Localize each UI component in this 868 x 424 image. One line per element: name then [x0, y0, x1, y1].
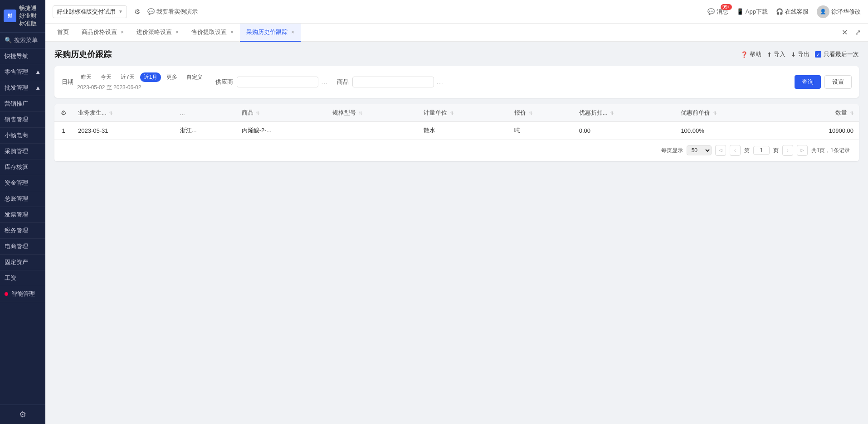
logo-icon: 财 [4, 10, 16, 22]
tab-close-all-button[interactable]: ✕ [840, 27, 849, 38]
export-button[interactable]: ⬇ 导出 [791, 50, 809, 58]
tab-close-sale-price[interactable]: × [230, 29, 234, 35]
sidebar-item-fixed-assets[interactable]: 固定资产 [0, 255, 45, 270]
sort-discount-icon[interactable]: ⇅ [610, 111, 614, 116]
online-service-button[interactable]: 🎧 在线客服 [776, 8, 809, 16]
help-icon: ❓ [741, 51, 748, 58]
sidebar-item-inventory[interactable]: 库存核算 [0, 159, 45, 175]
sidebar-item-accounting[interactable]: 总账管理 [0, 191, 45, 207]
date-btn-7days[interactable]: 近7天 [117, 72, 138, 82]
topbar-settings-button[interactable]: ⚙ [134, 8, 140, 16]
sidebar-item-smart[interactable]: 智能管理 [0, 286, 45, 302]
page-first-button[interactable]: ⊲ [715, 145, 726, 156]
import-icon: ⬆ [767, 51, 772, 58]
total-info: 共1页，1条记录 [811, 147, 850, 154]
topbar: 好业财标准版交付试用 ▼ ⚙ 💬 我要看实例演示 💬 消息 99+ 📱 App下… [45, 0, 868, 24]
sidebar-item-quick-nav[interactable]: 快捷导航 [0, 48, 45, 64]
tab-expand-button[interactable]: ⤢ [853, 27, 863, 38]
data-table: ⚙ 业务发生... ⇅ ... 商品 ⇅ [54, 104, 859, 139]
sidebar-item-wholesale[interactable]: 批发管理 ▲ [0, 80, 45, 96]
date-btn-today[interactable]: 今天 [97, 72, 115, 82]
sidebar-item-tax[interactable]: 税务管理 [0, 223, 45, 239]
date-btn-more[interactable]: 更多 [163, 72, 181, 82]
tab-sale-price[interactable]: 售价提取设置 × [185, 24, 240, 42]
goods-more-button[interactable]: ... [437, 78, 444, 86]
supplier-more-button[interactable]: ... [321, 78, 328, 86]
th-unit: 计量单位 ⇅ [418, 104, 509, 122]
date-btn-1month[interactable]: 近1月 [140, 72, 161, 82]
page-title: 采购历史价跟踪 [54, 49, 112, 60]
messages-button[interactable]: 💬 消息 99+ [707, 8, 728, 16]
sidebar-item-sales[interactable]: 销售管理 [0, 112, 45, 128]
help-button[interactable]: ❓ 帮助 [741, 50, 761, 58]
settings-button[interactable]: 设置 [824, 75, 852, 89]
sort-spec-icon[interactable]: ⇅ [359, 111, 362, 116]
gear-icon[interactable]: ⚙ [19, 410, 26, 419]
td-date: 2023-05-31 [73, 122, 175, 140]
user-avatar: 👤 [817, 5, 829, 18]
page-last-button[interactable]: ⊳ [797, 145, 808, 156]
sidebar-item-purchase[interactable]: 采购管理 [0, 144, 45, 159]
page-next-button[interactable]: › [782, 145, 793, 156]
tab-purchase-strategy[interactable]: 进价策略设置 × [130, 24, 185, 42]
sort-quote-icon[interactable]: ⇅ [529, 111, 532, 116]
td-quote: 吨 [509, 122, 573, 140]
filter-bar: 日期 昨天 今天 近7天 近1月 更多 自定义 2023-05-02 至 202… [54, 66, 859, 98]
th-dots: ... [175, 104, 236, 122]
th-price: 优惠前单价 ⇅ [675, 104, 780, 122]
tab-close-goods-price[interactable]: × [121, 29, 124, 35]
wholesale-arrow-icon: ▲ [35, 84, 41, 91]
tabbar: 首页 商品价格设置 × 进价策略设置 × 售价提取设置 × 采购历史价跟踪 × … [45, 24, 868, 42]
page-prev-button[interactable]: ‹ [730, 145, 741, 156]
demo-link[interactable]: 💬 我要看实例演示 [147, 8, 198, 16]
goods-input[interactable] [352, 77, 434, 87]
version-selector[interactable]: 好业财标准版交付试用 ▼ [53, 5, 127, 18]
sidebar-item-finance[interactable]: 资金管理 [0, 175, 45, 191]
th-settings: ⚙ [54, 104, 73, 122]
tab-home[interactable]: 首页 [51, 24, 75, 42]
sidebar-item-ecommerce-small[interactable]: 小畅电商 [0, 128, 45, 144]
td-dots: 浙江... [175, 122, 236, 140]
tab-close-purchase-history[interactable]: × [291, 29, 294, 35]
tabbar-actions: ✕ ⤢ [840, 27, 863, 38]
sort-date-icon[interactable]: ⇅ [109, 111, 112, 116]
user-menu-button[interactable]: 👤 徐泽华修改 [817, 5, 861, 18]
sidebar-item-salary[interactable]: 工资 [0, 270, 45, 286]
td-goods: 丙烯酸-2-... [236, 122, 327, 140]
td-price: 100.00% [675, 122, 780, 140]
import-button[interactable]: ⬆ 导入 [767, 50, 785, 58]
filter-date: 日期 昨天 今天 近7天 近1月 更多 自定义 2023-05-02 至 202… [62, 72, 206, 92]
tab-goods-price[interactable]: 商品价格设置 × [75, 24, 130, 42]
date-btn-yesterday[interactable]: 昨天 [77, 72, 95, 82]
sidebar-item-invoice[interactable]: 发票管理 [0, 207, 45, 223]
td-qty: 10900.00 [780, 122, 859, 140]
data-table-container: ⚙ 业务发生... ⇅ ... 商品 ⇅ [54, 104, 859, 161]
sort-goods-icon[interactable]: ⇅ [256, 111, 259, 116]
filter-date-buttons: 昨天 今天 近7天 近1月 更多 自定义 2023-05-02 至 2023-0… [77, 72, 206, 92]
sidebar-item-ecommerce[interactable]: 电商管理 [0, 239, 45, 255]
sort-price-icon[interactable]: ⇅ [713, 111, 717, 116]
supplier-input[interactable] [237, 77, 318, 87]
sort-unit-icon[interactable]: ⇅ [450, 111, 454, 116]
th-qty: 数量 ⇅ [780, 104, 859, 122]
page-input[interactable] [753, 146, 770, 155]
sidebar-item-marketing[interactable]: 营销推广 [0, 96, 45, 112]
td-seq: 1 [54, 122, 73, 140]
sidebar-search[interactable]: 🔍 搜索菜单 [0, 33, 45, 48]
sort-qty-icon[interactable]: ⇅ [850, 111, 853, 116]
tab-close-purchase-strategy[interactable]: × [176, 29, 179, 35]
th-spec: 规格型号 ⇅ [327, 104, 418, 122]
messages-badge: 99+ [721, 4, 732, 10]
app-download-button[interactable]: 📱 App下载 [736, 8, 768, 16]
page-actions: ❓ 帮助 ⬆ 导入 ⬇ 导出 ✓ 只看最后一次 [741, 50, 859, 58]
date-btn-custom[interactable]: 自定义 [183, 72, 206, 82]
table-row: 1 2023-05-31 浙江... 丙烯酸-2-... [54, 122, 859, 140]
query-button[interactable]: 查询 [795, 75, 821, 89]
last-only-checkbox[interactable]: ✓ 只看最后一次 [815, 50, 859, 58]
version-arrow-icon: ▼ [118, 9, 123, 14]
sidebar-item-retail[interactable]: 零售管理 ▲ [0, 64, 45, 80]
tab-purchase-history[interactable]: 采购历史价跟踪 × [240, 24, 301, 42]
per-page-select[interactable]: 50 20 100 200 [687, 145, 712, 155]
export-icon: ⬇ [791, 51, 796, 58]
column-settings-icon[interactable]: ⚙ [61, 109, 67, 116]
